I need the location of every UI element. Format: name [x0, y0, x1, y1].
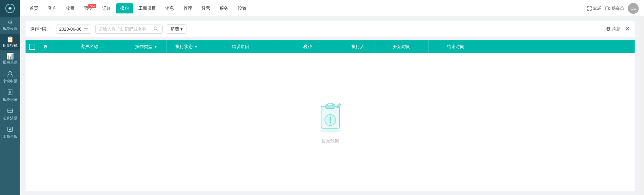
chevron-down-icon: ▾: [180, 27, 183, 32]
sidebar-item-baoshui-jilu[interactable]: 报税记录: [0, 86, 20, 105]
date-picker[interactable]: 2023-06-06: [56, 25, 91, 34]
nav-item-jizhang[interactable]: 记账: [98, 3, 115, 13]
svg-point-2: [9, 71, 11, 74]
nav-item-shouye[interactable]: 首页: [26, 3, 42, 13]
th-error-reason: 错误原因: [207, 40, 274, 53]
nav-item-kehu[interactable]: 客户: [44, 3, 60, 13]
svg-line-17: [157, 29, 158, 31]
date-label: 操作日期：: [30, 26, 52, 32]
svg-point-18: [320, 129, 340, 132]
table-container: ⚙ 客户名称 操作类型 ▼ 执行状态 ▼ 错误原因: [26, 40, 635, 191]
th-start-time: 开始时间: [375, 40, 429, 53]
th-exec-status[interactable]: 执行状态 ▼: [167, 40, 207, 53]
sidebar-item-label: 报税记录: [3, 98, 17, 102]
scrollbar[interactable]: [640, 17, 644, 195]
toolbar: 操作日期： 2023-06-06: [26, 21, 635, 37]
sidebar-item-piliang-baoshui[interactable]: 📋 批量报税: [0, 34, 20, 50]
fullscreen-button[interactable]: 全屏: [587, 5, 601, 11]
sidebar-item-label: 汇算清缴: [3, 116, 17, 120]
sidebar: ⚙ 报税设置 📋 批量报税 📊 报税总览 个税申报 报税记录: [0, 0, 20, 195]
refresh-button[interactable]: 刷新: [606, 26, 621, 32]
app-logo: [0, 0, 20, 17]
svg-rect-10: [8, 127, 12, 131]
svg-point-24: [329, 122, 331, 124]
avatar[interactable]: CE: [628, 3, 639, 14]
nav-item-baoshui[interactable]: 报税: [116, 3, 133, 13]
record-icon: [7, 89, 13, 96]
search-icon[interactable]: [154, 26, 158, 32]
table-header: ⚙ 客户名称 操作类型 ▼ 执行状态 ▼ 错误原因: [26, 40, 635, 53]
search-input[interactable]: [98, 27, 152, 32]
sidebar-item-huisuan-jiaona[interactable]: 汇算清缴: [0, 105, 20, 123]
nav-items: 首页 客户 收费 票据 new 记账 报税 工商项目 消息 管理 经营 服务 设…: [26, 3, 587, 13]
sidebar-item-label: 工商年报: [3, 134, 17, 139]
batch-tax-icon: 📋: [6, 36, 14, 42]
settlement-icon: [7, 107, 13, 115]
nav-item-shezhi[interactable]: 设置: [234, 3, 251, 13]
sidebar-item-geshui-shenbao[interactable]: 个税申报: [0, 68, 20, 86]
empty-text: 暂无数据: [321, 138, 339, 144]
th-end-time: 结束时间: [429, 40, 482, 53]
column-settings-icon[interactable]: ⚙: [43, 44, 48, 49]
empty-state: 暂无数据: [313, 100, 347, 144]
sidebar-item-gongshang-nianbao[interactable]: 工商年报: [0, 123, 20, 142]
overview-icon: 📊: [6, 53, 14, 59]
date-value: 2023-06-06: [59, 27, 82, 32]
th-settings[interactable]: ⚙: [39, 40, 52, 53]
personal-tax-icon: [7, 70, 13, 78]
nav-item-guanli[interactable]: 管理: [179, 3, 196, 13]
member-label: 畅会员: [612, 5, 624, 11]
sidebar-item-label: 批量报税: [3, 43, 17, 48]
svg-rect-12: [10, 128, 11, 130]
select-all-checkbox[interactable]: [29, 44, 35, 50]
sidebar-item-label: 报税设置: [3, 27, 17, 31]
filter-label: 筛选: [170, 26, 179, 32]
calendar-icon: [84, 26, 88, 32]
member-button[interactable]: 畅会员: [605, 5, 624, 11]
table-body: 暂无数据: [26, 53, 635, 191]
filter-button[interactable]: 筛选 ▾: [167, 24, 186, 34]
svg-rect-21: [328, 103, 333, 106]
fullscreen-label: 全屏: [593, 5, 601, 11]
annual-report-icon: [7, 126, 13, 133]
svg-rect-13: [605, 7, 609, 10]
sidebar-item-baoshui-shezhi[interactable]: ⚙ 报税设置: [0, 17, 20, 34]
sort-icon: ▼: [194, 45, 198, 49]
content-area: 操作日期： 2023-06-06: [20, 17, 644, 195]
svg-rect-11: [9, 129, 10, 130]
empty-illustration: [313, 100, 347, 134]
main-area: 首页 客户 收费 票据 new 记账 报税 工商项目 消息 管理 经营 服务 设…: [20, 0, 644, 195]
sidebar-item-baoshui-zonglam[interactable]: 📊 报税总览: [0, 50, 20, 67]
th-tax-type: 税种: [274, 40, 341, 53]
svg-rect-14: [84, 27, 88, 31]
sort-icon: ▼: [154, 45, 158, 49]
sidebar-item-label: 报税总览: [3, 60, 17, 65]
video-icon: [605, 6, 610, 11]
th-operation-type[interactable]: 操作类型 ▼: [126, 40, 167, 53]
nav-item-shoufei[interactable]: 收费: [62, 3, 79, 13]
topnav-right: 全屏 畅会员 CE: [587, 3, 639, 14]
refresh-label: 刷新: [612, 26, 621, 32]
nav-item-fuwu[interactable]: 服务: [216, 3, 232, 13]
nav-item-jingying[interactable]: 经营: [198, 3, 214, 13]
sidebar-item-label: 个税申报: [3, 79, 17, 83]
close-button[interactable]: ✕: [625, 26, 630, 32]
nav-item-gongshang[interactable]: 工商项目: [134, 3, 160, 13]
nav-item-xiaoxi[interactable]: 消息: [161, 3, 178, 13]
svg-point-1: [9, 7, 11, 9]
th-executor: 执行人: [341, 40, 375, 53]
fullscreen-icon: [587, 6, 592, 11]
piaoju-badge: new: [88, 4, 96, 8]
page-content: 操作日期： 2023-06-06: [20, 17, 640, 195]
settings-icon: ⚙: [7, 20, 13, 26]
nav-item-piaoju[interactable]: 票据 new: [80, 3, 97, 13]
search-box: [95, 25, 163, 34]
refresh-icon: [606, 27, 611, 31]
th-checkbox[interactable]: [26, 40, 39, 53]
th-client-name: 客户名称: [52, 40, 126, 53]
top-navigation: 首页 客户 收费 票据 new 记账 报税 工商项目 消息 管理 经营 服务 设…: [20, 0, 644, 17]
